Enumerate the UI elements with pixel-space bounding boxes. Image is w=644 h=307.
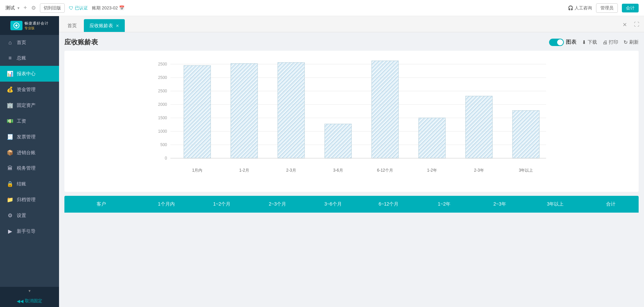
- tab-close-aging[interactable]: ✕: [116, 24, 119, 28]
- ledger-icon: ≡: [7, 55, 13, 61]
- home-icon: ⌂: [7, 40, 13, 46]
- bar-1月内: [184, 65, 211, 158]
- content-area: 首页应收账龄表✕ ✕ ⛶ 应收账龄表 图表 ⬇ 下载: [59, 16, 644, 307]
- settings-icon: ⚙: [7, 212, 13, 219]
- sidebar-item-tax[interactable]: 🏛 税务管理: [0, 161, 59, 176]
- sidebar-item-archive[interactable]: 📁 归档管理: [0, 192, 59, 208]
- svg-text:1000: 1000: [158, 129, 167, 134]
- refresh-button[interactable]: ↻ 刷新: [624, 39, 639, 45]
- sidebar-item-invoice[interactable]: 🧾 发票管理: [0, 129, 59, 145]
- bar-6-12月: [372, 61, 398, 158]
- print-button[interactable]: 🖨 打印: [602, 39, 618, 45]
- headset-icon: 🎧: [568, 5, 573, 10]
- svg-text:3-6月: 3-6月: [333, 168, 343, 173]
- tab-label-home: 首页: [67, 23, 77, 29]
- archive-icon: 📁: [7, 196, 13, 203]
- tax-icon: 🏛: [7, 165, 13, 171]
- print-label: 打印: [609, 39, 618, 45]
- svg-text:2500: 2500: [158, 75, 167, 80]
- svg-text:2500: 2500: [158, 89, 167, 93]
- refresh-label: 刷新: [629, 39, 639, 45]
- svg-text:1500: 1500: [158, 116, 167, 120]
- svg-text:500: 500: [160, 142, 167, 147]
- table-header-6~12个月: 6~12个月: [361, 196, 417, 213]
- shield-icon: 🛡: [69, 5, 73, 11]
- sidebar-item-guide[interactable]: ▶ 新手引导: [0, 223, 59, 239]
- chart-toggle-area: 图表: [549, 39, 577, 46]
- user-button[interactable]: 管理员: [596, 3, 618, 13]
- consult-button[interactable]: 🎧 人工咨询: [568, 5, 592, 11]
- calendar-icon[interactable]: 📅: [119, 5, 124, 10]
- table-header-3年以上: 3年以上: [528, 196, 583, 213]
- sidebar-item-close[interactable]: 🔒 结账: [0, 176, 59, 192]
- company-dropdown-icon: ▾: [17, 6, 19, 10]
- sidebar-item-settings[interactable]: ⚙ 设置: [0, 208, 59, 223]
- bar-1-2月: [231, 63, 258, 158]
- invoice-icon: 🧾: [7, 134, 13, 140]
- cancel-fixed-label: 取消固定: [25, 298, 42, 304]
- period-label: 账期: [92, 5, 101, 11]
- period-display: 账期 2023-02 📅: [92, 5, 125, 11]
- add-button[interactable]: +: [23, 4, 27, 11]
- tab-bar: 首页应收账龄表✕ ✕ ⛶: [59, 16, 644, 32]
- svg-text:6-12个月: 6-12个月: [377, 168, 393, 173]
- sidebar-item-reports[interactable]: 📊 报表中心: [0, 66, 59, 82]
- settings-icon[interactable]: ⚙: [31, 5, 36, 11]
- sidebar-scroll-down[interactable]: ▾: [0, 287, 59, 295]
- tab-home[interactable]: 首页: [62, 19, 83, 32]
- table-header-2~3个月: 2~3个月: [250, 196, 305, 213]
- sidebar-label-archive: 归档管理: [17, 197, 36, 203]
- close-icon: 🔒: [7, 181, 13, 187]
- expand-button[interactable]: ⛶: [632, 20, 641, 29]
- sidebar-item-capital[interactable]: 💰 资金管理: [0, 82, 59, 97]
- assets-icon: 🏢: [7, 102, 13, 108]
- sidebar-label-tax: 税务管理: [17, 165, 36, 171]
- svg-text:1-2月: 1-2月: [239, 168, 249, 173]
- download-button[interactable]: ⬇ 下载: [582, 39, 597, 45]
- table-header-3~6个月: 3~6个月: [305, 196, 361, 213]
- old-version-button[interactable]: 切到旧版: [40, 3, 65, 13]
- report-title: 应收账龄表: [64, 38, 98, 47]
- table-header-客户: 客户: [64, 196, 139, 213]
- page-content: 应收账龄表 图表 ⬇ 下载 🖨 打印 ↻: [59, 32, 644, 307]
- report-header: 应收账龄表 图表 ⬇ 下载 🖨 打印 ↻: [64, 38, 639, 47]
- close-tab-button[interactable]: ✕: [620, 20, 629, 29]
- company-name: 测试: [5, 5, 15, 11]
- sidebar-item-sales[interactable]: 📦 进销台账: [0, 145, 59, 161]
- consult-label: 人工咨询: [575, 5, 592, 11]
- sidebar-label-sales: 进销台账: [17, 150, 36, 156]
- sidebar-item-ledger[interactable]: ≡ 总账: [0, 50, 59, 66]
- sidebar-item-home[interactable]: ⌂ 首页: [0, 35, 59, 50]
- sidebar-label-guide: 新手引导: [17, 228, 36, 234]
- svg-text:1月内: 1月内: [192, 168, 203, 173]
- topbar: 测试 ▾ + ⚙ 切到旧版 🛡 已认证 账期 2023-02 📅 🎧 人工咨询 …: [0, 0, 644, 16]
- sidebar: 畅捷通好会计 专业版 ⌂ 首页 ≡ 总账 📊 报表中心 💰 资金管理 🏢 固定资…: [0, 16, 59, 307]
- tab-aging[interactable]: 应收账龄表✕: [84, 19, 125, 32]
- account-button[interactable]: 会计: [622, 4, 639, 12]
- sales-icon: 📦: [7, 149, 13, 156]
- certified-badge: 🛡 已认证: [69, 5, 88, 11]
- sidebar-item-assets[interactable]: 🏢 固定资产: [0, 97, 59, 113]
- bar-2-3年: [466, 96, 492, 158]
- logo-icon: [10, 21, 22, 30]
- svg-text:2-3年: 2-3年: [474, 168, 484, 173]
- svg-text:3年以上: 3年以上: [519, 168, 533, 173]
- table-header: 客户1个月内1~2个月2~3个月3~6个月6~12个月1~2年2~3年3年以上合…: [64, 196, 639, 213]
- payroll-icon: 💵: [7, 118, 13, 124]
- chart-toggle[interactable]: [549, 39, 564, 46]
- sidebar-label-capital: 资金管理: [17, 87, 36, 93]
- print-icon: 🖨: [602, 39, 607, 45]
- chart-container: 2500 2500 2500 2000 1500 1000 500 0: [64, 51, 639, 192]
- logo-text: 畅捷通好会计: [24, 21, 49, 26]
- company-selector[interactable]: 测试 ▾: [5, 5, 19, 11]
- sidebar-label-ledger: 总账: [17, 55, 26, 61]
- table-header-1~2个月: 1~2个月: [194, 196, 250, 213]
- certified-label: 已认证: [75, 5, 88, 11]
- svg-text:2000: 2000: [158, 102, 167, 107]
- sidebar-logo: 畅捷通好会计 专业版: [0, 16, 59, 35]
- table-header-合计: 合计: [583, 196, 639, 213]
- bar-2-3月: [278, 62, 305, 158]
- cancel-fixed-button[interactable]: ◀◀ 取消固定: [0, 295, 59, 307]
- svg-text:1-2年: 1-2年: [427, 168, 437, 173]
- sidebar-item-payroll[interactable]: 💵 工资: [0, 113, 59, 129]
